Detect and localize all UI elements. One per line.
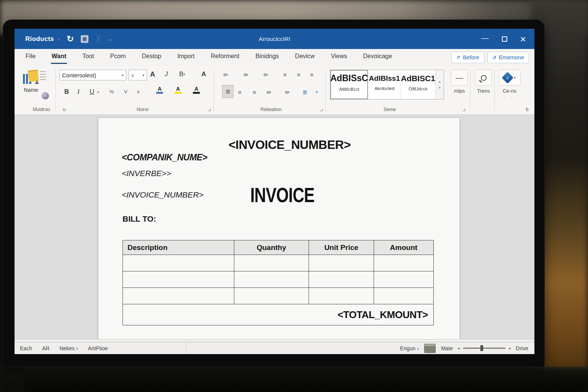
- status-item[interactable]: AntPiioe: [88, 345, 108, 351]
- maximize-button[interactable]: [502, 36, 507, 42]
- align-right-button[interactable]: ≡ ▾: [266, 89, 271, 95]
- align-left-button[interactable]: ≡: [238, 89, 241, 95]
- italic-button[interactable]: I: [77, 88, 80, 96]
- inverbe-placeholder[interactable]: <INVERBE>>: [122, 169, 171, 178]
- company-name-placeholder[interactable]: <COMPANIK_NUME>: [122, 152, 207, 163]
- horizontal-scrollbar[interactable]: [15, 339, 534, 342]
- page-view-icon[interactable]: [424, 344, 436, 353]
- line-spacing-button[interactable]: ≡ ▾: [285, 89, 289, 95]
- view-mode-label[interactable]: Mate: [441, 345, 453, 351]
- before-button[interactable]: ↱ Before: [451, 52, 484, 63]
- font-size-select[interactable]: x ▾: [129, 70, 147, 80]
- format-painter-icon[interactable]: [42, 93, 49, 99]
- invoice-table[interactable]: DescriptionQuanthyUnit PriceAmount<TOTAL…: [122, 240, 434, 325]
- paste-button[interactable]: [23, 70, 38, 85]
- subscript-button[interactable]: V: [124, 89, 127, 95]
- font-name-select[interactable]: Contersolest) ▾: [59, 70, 126, 80]
- table-cell[interactable]: [374, 255, 434, 271]
- chevron-down-icon[interactable]: ▾: [97, 90, 99, 94]
- status-item[interactable]: Nekes ›: [59, 345, 78, 351]
- menu-item-file[interactable]: File: [25, 51, 36, 64]
- menu-item-reforment[interactable]: Reforment: [210, 51, 240, 64]
- menu-item-devoicage[interactable]: Devoicage: [363, 51, 393, 64]
- menu-item-toot[interactable]: Toot: [82, 51, 95, 64]
- document-canvas: <INVOICE_NUMBER> <COMPANIK_NUME> <INVERB…: [15, 115, 534, 342]
- clear-formatting-button[interactable]: A: [201, 70, 206, 78]
- table-header-cell: Amount: [374, 240, 434, 255]
- zoom-level-label[interactable]: Drive: [516, 345, 528, 351]
- table-cell[interactable]: [309, 288, 374, 304]
- grow-font-button[interactable]: A: [150, 70, 155, 78]
- paste-options-icon[interactable]: [40, 71, 46, 82]
- bold-button[interactable]: B: [64, 88, 69, 96]
- underline-button[interactable]: U: [90, 88, 94, 96]
- undo-redo-icon[interactable]: ↻: [67, 35, 74, 43]
- table-cell[interactable]: [374, 288, 434, 304]
- menu-item-views[interactable]: Views: [330, 51, 348, 64]
- back-arrow-icon[interactable]: ←: [106, 34, 114, 43]
- menu-item-pcom[interactable]: Pcom: [109, 51, 127, 64]
- numbering-button[interactable]: ≡ ▾: [243, 71, 248, 78]
- table-cell[interactable]: [123, 255, 234, 271]
- multilevel-list-button[interactable]: ≡ ▾: [263, 71, 268, 78]
- table-cell[interactable]: [123, 288, 234, 304]
- font-color-button[interactable]: A: [193, 86, 200, 94]
- zoom-in-icon[interactable]: ◂: [508, 346, 510, 350]
- align-center-button[interactable]: ≡: [253, 89, 256, 95]
- table-cell[interactable]: [309, 255, 374, 271]
- magnifier-icon: [481, 75, 487, 81]
- sort-button[interactable]: ≡: [310, 71, 313, 78]
- table-cell[interactable]: [234, 271, 309, 288]
- style-item[interactable]: AdIBIss1 Akrdocted: [368, 70, 401, 99]
- zoom-slider[interactable]: [463, 348, 505, 349]
- scroll-down-icon[interactable]: ▾: [439, 86, 441, 90]
- shrink-font-button[interactable]: J: [165, 70, 168, 78]
- table-cell[interactable]: [234, 255, 309, 271]
- share-icon: ↱: [456, 55, 461, 60]
- menu-item-devicw[interactable]: Devicw: [294, 51, 316, 64]
- menu-item-want[interactable]: Want: [51, 51, 67, 64]
- text-effects-button[interactable]: A: [156, 86, 163, 94]
- styles-dialog-launcher[interactable]: [462, 108, 465, 111]
- close-button[interactable]: ×: [520, 34, 526, 44]
- bullets-button[interactable]: ≡ ▾: [223, 71, 227, 78]
- table-cell[interactable]: [123, 271, 234, 288]
- chevron-right-icon: ›: [58, 36, 60, 42]
- status-item[interactable]: AR: [42, 345, 49, 351]
- menu-item-import[interactable]: Import: [176, 51, 195, 64]
- highlight-color-button[interactable]: A: [175, 86, 181, 94]
- borders-button[interactable]: ≡: [315, 90, 317, 94]
- total-amount-cell[interactable]: <TOTAL_KMOUNT>: [123, 304, 434, 325]
- document-page[interactable]: <INVOICE_NUMBER> <COMPANIK_NUME> <INVERB…: [98, 118, 459, 339]
- table-cell[interactable]: [374, 271, 434, 288]
- table-cell[interactable]: [309, 271, 374, 288]
- trens-button[interactable]: [475, 70, 492, 86]
- minimize-button[interactable]: —: [481, 34, 489, 44]
- language-status[interactable]: Engun ›: [400, 345, 419, 351]
- scroll-up-icon[interactable]: ▴: [439, 80, 441, 83]
- style-item[interactable]: AdBISsC AtlBIcBcct: [330, 70, 368, 99]
- change-case-button[interactable]: B ▾: [179, 70, 185, 78]
- strikethrough-button[interactable]: %: [109, 89, 114, 95]
- styles-scroll[interactable]: ▴ ▾: [435, 70, 444, 99]
- status-item[interactable]: Each: [20, 345, 32, 351]
- menu-item-destop[interactable]: Destop: [141, 51, 162, 64]
- zoom-out-icon[interactable]: ▸: [458, 346, 460, 350]
- invoice-number-header-placeholder[interactable]: <INVOICE_NUMBER>: [98, 138, 459, 152]
- zoom-slider-handle[interactable]: [480, 345, 483, 351]
- menu-item-binidngs[interactable]: Binidngs: [255, 51, 279, 64]
- font-dialog-launcher[interactable]: [208, 108, 211, 111]
- superscript-button[interactable]: v: [137, 89, 140, 95]
- style-item[interactable]: AdBISC1 OIBJdcck: [401, 70, 435, 99]
- table-cell[interactable]: [234, 288, 309, 304]
- paragraph-dialog-launcher[interactable]: [320, 108, 323, 111]
- shading-button[interactable]: ≣: [302, 89, 307, 96]
- ememone-button[interactable]: ↺ Ememone: [487, 52, 529, 63]
- decrease-indent-button[interactable]: ≡: [283, 71, 286, 78]
- show-marks-button[interactable]: ≣: [222, 85, 234, 98]
- save-icon[interactable]: [81, 35, 88, 43]
- laptop-base: [24, 367, 588, 392]
- increase-indent-button[interactable]: ≡: [297, 71, 300, 78]
- mips-button[interactable]: —: [451, 70, 468, 86]
- cens-button[interactable]: c ▾: [498, 70, 521, 86]
